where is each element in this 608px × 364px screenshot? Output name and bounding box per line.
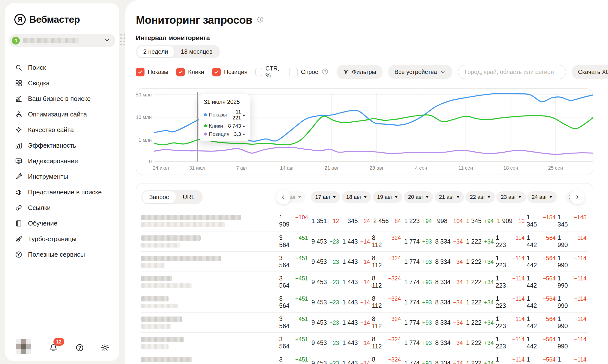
table-row[interactable]: 3 564+4519 453+231 443−148 112−3241 774+… — [141, 353, 588, 364]
date-column-7[interactable]: 23 авг — [496, 191, 526, 203]
date-column-8[interactable]: 24 авг — [527, 191, 557, 203]
sidebar-item-8[interactable]: Инструменты — [5, 169, 119, 184]
tooltip-row: Клики8 743▲ — [204, 123, 245, 129]
star-icon — [15, 126, 23, 134]
metric-checkbox-4[interactable]: CTR, % — [255, 65, 281, 79]
table-row[interactable]: 1 909−1041 351−12345−242 456−841 223+949… — [141, 211, 588, 231]
bars-icon — [15, 142, 23, 149]
metric-cell: 1 351−12 — [310, 217, 341, 225]
query-text-redacted — [141, 215, 279, 227]
caret-down-icon — [395, 196, 398, 198]
sidebar-item-13[interactable]: Полезные сервисы — [5, 247, 119, 262]
sidebar-item-label: Турбо-страницы — [28, 235, 76, 243]
checkbox-icon[interactable] — [255, 68, 262, 76]
metric-label: CTR, % — [266, 65, 281, 79]
devices-dropdown[interactable]: Все устройства — [388, 65, 452, 79]
query-text-redacted — [141, 296, 279, 308]
metric-cell: 8 112−324 — [372, 275, 403, 289]
tooltip-row: Позиция3,3▲ — [204, 131, 245, 137]
metric-label: Спрос — [301, 68, 318, 75]
table-row[interactable]: 3 564+4519 453+231 443−148 112−3241 774+… — [141, 251, 588, 272]
avatar[interactable] — [16, 339, 31, 354]
yandex-webmaster-logo[interactable]: Я Вебмастер — [5, 3, 119, 25]
info-icon[interactable] — [257, 16, 264, 24]
metric-cell: 1 443−14 — [341, 339, 372, 346]
caret-down-icon — [487, 196, 490, 198]
tab-url[interactable]: URL — [176, 191, 202, 203]
metric-cell: 1 443−14 — [341, 319, 372, 326]
interval-option-1[interactable]: 2 недели — [137, 46, 174, 57]
date-column-3[interactable]: 19 авг — [373, 191, 402, 203]
services-icon — [15, 251, 23, 258]
settings-button[interactable] — [100, 343, 109, 352]
table-row[interactable]: 3 564+4519 453+231 443−148 112−3241 774+… — [141, 231, 588, 251]
metric-cell: 1 442−564 — [527, 234, 558, 249]
prev-dates-button[interactable] — [276, 190, 291, 204]
sidebar-item-2[interactable]: Сводка — [5, 75, 119, 91]
checkbox-icon[interactable] — [289, 68, 298, 76]
metric-cell: 1 774+93 — [403, 319, 434, 326]
checkbox-icon[interactable] — [212, 68, 221, 76]
metric-cell: 8 112−324 — [372, 234, 403, 249]
metric-checkbox-1[interactable]: Показы — [136, 68, 168, 76]
search-icon — [15, 64, 23, 71]
notifications-button[interactable]: 12 — [49, 343, 58, 352]
interval-label: Интервал мониторинга — [136, 34, 210, 42]
sidebar-item-9[interactable]: Представление в поиске — [5, 184, 119, 200]
sidebar-item-12[interactable]: Турбо-страницы — [5, 231, 119, 247]
book-icon — [15, 220, 23, 227]
metric-cell: 8 112−324 — [372, 356, 403, 364]
metric-cell: 1 990−114 — [558, 254, 588, 269]
svg-text:24 июл: 24 июл — [153, 165, 169, 171]
sidebar-item-4[interactable]: Оптимизация сайта — [5, 107, 119, 122]
date-column-5[interactable]: 21 авг — [435, 191, 464, 203]
svg-text:1 млн: 1 млн — [139, 137, 152, 143]
sidebar-item-5[interactable]: Качество сайта — [5, 122, 119, 138]
metric-cell: 1 222+34 — [465, 278, 496, 286]
sidebar-item-11[interactable]: Обучение — [5, 216, 119, 231]
sidebar-item-1[interactable]: Поиск — [5, 60, 119, 75]
metric-cell: 1 774+93 — [403, 278, 434, 286]
region-search-input[interactable] — [458, 65, 566, 79]
site-selector[interactable] — [9, 34, 115, 47]
svg-text:7 авг: 7 авг — [236, 165, 247, 171]
date-column-1[interactable]: 17 авг — [311, 191, 340, 203]
sidebar-item-label: Инструменты — [28, 173, 68, 181]
checkbox-icon[interactable] — [136, 68, 145, 76]
traffic-chart[interactable]: 50 млн10 млн1 млн024 июл31 июл7 авг14 ав… — [136, 88, 593, 175]
help-circle-icon[interactable] — [321, 68, 329, 76]
sidebar-item-6[interactable]: Эффективность — [5, 138, 119, 153]
date-column-2[interactable]: 18 авг — [342, 191, 371, 203]
metric-checkbox-2[interactable]: Клики — [176, 68, 204, 76]
metric-cell: 1 442−564 — [527, 315, 558, 330]
dashboard-icon — [15, 79, 23, 87]
chart-tooltip: 31 июля 2025 Показы11 221▲Клики8 743▲Поз… — [199, 94, 250, 141]
table-row[interactable]: 3 564+4519 453+231 443−148 112−3241 774+… — [141, 312, 588, 332]
sidebar-item-3[interactable]: Ваш бизнес в поиске — [5, 91, 119, 107]
help-button[interactable] — [75, 343, 84, 352]
sidebar-item-10[interactable]: Ссылки — [5, 200, 119, 216]
table-row[interactable]: 3 564+4519 453+231 443−148 112−3241 774+… — [141, 292, 588, 312]
filters-button[interactable]: Фильтры — [337, 65, 383, 79]
svg-text:21 авг: 21 авг — [325, 165, 339, 171]
table-row[interactable]: 3 564+4519 453+231 443−148 112−3241 774+… — [141, 332, 588, 353]
metric-checkbox-3[interactable]: Позиция — [212, 68, 247, 76]
tab-query[interactable]: Запрос — [142, 191, 176, 203]
metric-cell: 1 442−564 — [527, 275, 558, 289]
sidebar-item-label: Оптимизация сайта — [28, 111, 87, 118]
metric-cell: 1 222+34 — [465, 339, 496, 346]
date-column-6[interactable]: 22 авг — [465, 191, 495, 203]
panel-drag-handle[interactable] — [120, 34, 125, 46]
metric-cell: 8 112−324 — [372, 295, 403, 309]
query-text-redacted — [141, 337, 279, 349]
date-column-4[interactable]: 20 авг — [404, 191, 433, 203]
table-row[interactable]: 3 564+4519 453+231 443−148 112−3241 774+… — [141, 272, 588, 292]
filters-row: ПоказыКликиПозицияCTR, %Спрос Фильтры Вс… — [136, 65, 594, 79]
sidebar-item-7[interactable]: Индексирование — [5, 153, 119, 169]
checkbox-icon[interactable] — [176, 68, 185, 76]
metric-cell: 1 774+93 — [403, 339, 434, 346]
interval-option-2[interactable]: 18 месяцев — [174, 46, 219, 57]
metric-checkbox-5[interactable]: Спрос — [289, 68, 329, 76]
download-xls-button[interactable]: Скачать XLS — [572, 65, 608, 79]
next-dates-button[interactable] — [570, 190, 584, 204]
